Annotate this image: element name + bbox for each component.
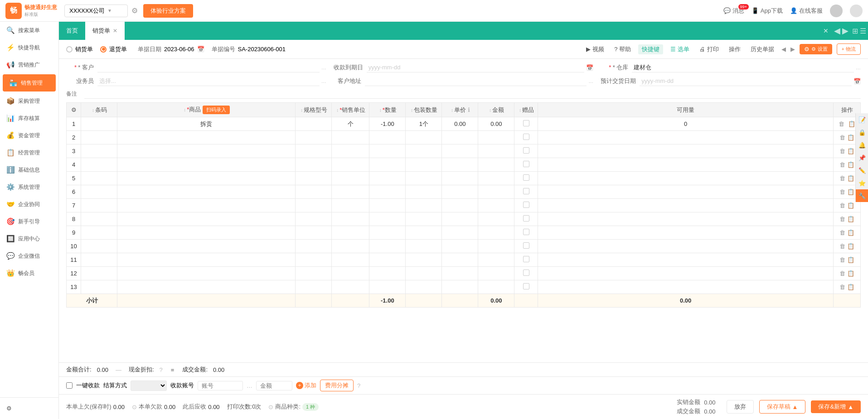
operate-btn[interactable]: 操作	[726, 44, 743, 55]
sidebar-item-wechat[interactable]: 💬 企业微信	[0, 247, 58, 265]
nav-next-icon[interactable]: ▶	[790, 46, 795, 53]
rp-edit-btn[interactable]: ✏️	[855, 164, 868, 177]
copy-icon[interactable]: 📋	[847, 229, 854, 236]
radio-return[interactable]: 退货单	[100, 45, 127, 53]
salesman-input[interactable]	[97, 76, 320, 86]
company-selector[interactable]: XXXXXX公司 ▼	[64, 5, 128, 17]
row-price[interactable]: 0.00	[442, 117, 478, 131]
copy-icon[interactable]: 📋	[847, 175, 854, 182]
tab-close-icon[interactable]: ✕	[113, 28, 117, 34]
customer-dots-icon[interactable]: …	[321, 65, 326, 70]
message-area[interactable]: 💬 消息 99+	[723, 7, 744, 15]
warehouse-input[interactable]	[632, 63, 854, 72]
help-btn[interactable]: ?帮助	[611, 44, 634, 55]
sidebar-item-guide[interactable]: 🎯 新手引导	[0, 213, 58, 230]
app-download-link[interactable]: 📱 App下载	[752, 7, 783, 15]
copy-icon[interactable]: 📋	[847, 134, 854, 141]
settings-button[interactable]: ⚙ ⚙ 设置	[800, 44, 832, 54]
payment-help-icon[interactable]: ?	[357, 382, 360, 389]
row-product[interactable]: 拆贡	[117, 117, 296, 131]
settings-icon[interactable]: ⚙	[131, 6, 138, 15]
rp-tool-btn[interactable]: 🔧	[855, 189, 868, 202]
delete-icon[interactable]: 🗑	[839, 148, 845, 154]
close-all-tabs[interactable]: ✕	[823, 27, 829, 34]
select-btn[interactable]: ☰选单	[668, 44, 692, 55]
radio-sales[interactable]: 销货单	[66, 45, 93, 53]
delete-icon[interactable]: 🗑	[839, 256, 845, 263]
sidebar-item-base-info[interactable]: ℹ️ 基础信息	[0, 161, 58, 178]
sidebar-item-finance[interactable]: 💰 资金管理	[0, 127, 58, 144]
warehouse-dots-icon[interactable]: …	[856, 65, 861, 70]
copy-icon[interactable]: 📋	[847, 188, 854, 195]
remark-input[interactable]	[84, 89, 861, 99]
one-click-checkbox[interactable]	[66, 382, 73, 389]
trial-button[interactable]: 体验行业方案	[143, 4, 193, 18]
delete-icon[interactable]: 🗑	[839, 284, 845, 290]
expense-button[interactable]: 费用分摊	[320, 380, 354, 391]
sidebar-item-operations[interactable]: 📋 经营管理	[0, 144, 58, 161]
sidebar-item-apps[interactable]: 🔲 应用中心	[0, 230, 58, 247]
save-new-button[interactable]: 保存&新增 ▲	[811, 400, 861, 413]
amount-input[interactable]	[256, 381, 292, 390]
row-gift[interactable]	[514, 117, 538, 131]
address-dots-icon[interactable]: …	[588, 78, 593, 84]
row-spec[interactable]	[296, 117, 332, 131]
discount-info-icon[interactable]: ?	[160, 366, 163, 373]
expected-date-cal-icon[interactable]: 📅	[853, 78, 861, 85]
scan-button[interactable]: 扫码录入	[203, 106, 230, 114]
th-settings[interactable]: ⚙	[67, 103, 81, 117]
sidebar-item-collab[interactable]: 🤝 企业协同	[0, 196, 58, 213]
delete-icon[interactable]: 🗑	[839, 175, 845, 182]
video-btn[interactable]: ▶视频	[583, 44, 607, 55]
copy-icon[interactable]: 📋	[847, 216, 854, 222]
delete-icon[interactable]: 🗑	[839, 229, 845, 236]
salesman-dots-icon[interactable]: …	[321, 78, 326, 84]
account-input[interactable]	[198, 381, 243, 390]
rp-pin-btn[interactable]: 📌	[855, 151, 868, 164]
sidebar-item-system[interactable]: ⚙️ 系统管理	[0, 178, 58, 196]
copy-icon[interactable]: 📋	[847, 243, 854, 250]
history-btn[interactable]: 历史单据	[748, 44, 777, 55]
copy-icon[interactable]: 📋	[848, 120, 855, 127]
delete-icon[interactable]: 🗑	[839, 243, 845, 250]
tab-home[interactable]: 首页	[59, 22, 85, 40]
address-input[interactable]	[365, 76, 587, 86]
tab-sales-order[interactable]: 销货单 ✕	[85, 22, 125, 40]
copy-icon[interactable]: 📋	[847, 270, 854, 277]
delete-icon[interactable]: 🗑	[839, 270, 845, 277]
row-pkg-qty[interactable]: 1个	[406, 117, 442, 131]
copy-icon[interactable]: 📋	[847, 148, 854, 154]
copy-icon[interactable]: 📋	[847, 202, 854, 209]
customer-input[interactable]	[97, 63, 320, 72]
avatar[interactable]	[830, 5, 843, 17]
dots-icon[interactable]: …	[247, 382, 252, 389]
rp-star-btn[interactable]: ⭐	[855, 177, 868, 189]
row-qty[interactable]: -1.00	[369, 117, 406, 131]
sidebar-item-marketing[interactable]: 📢 营销推广	[0, 56, 58, 73]
rp-bell-btn[interactable]: 🔔	[855, 139, 868, 151]
delete-icon[interactable]: 🗑	[839, 188, 845, 195]
sidebar-item-member[interactable]: 👑 畅会员	[0, 265, 58, 282]
draft-button[interactable]: 保存草稿 ▲	[759, 400, 806, 414]
rp-notes-btn[interactable]: 📝	[855, 113, 868, 126]
copy-icon[interactable]: 📋	[847, 284, 854, 290]
due-date-cal-icon[interactable]: 📅	[586, 64, 593, 71]
print-btn[interactable]: 🖨打印	[697, 44, 722, 55]
calendar-icon[interactable]: 📅	[197, 46, 204, 53]
delete-icon[interactable]: 🗑	[839, 161, 845, 168]
sidebar-item-inventory[interactable]: 📊 库存核算	[0, 110, 58, 127]
due-date-input[interactable]	[367, 63, 585, 72]
tab-next-icon[interactable]: ▶	[842, 26, 849, 36]
copy-icon[interactable]: 📋	[847, 256, 854, 263]
shortcut-btn[interactable]: 快捷键	[638, 44, 663, 54]
copy-icon[interactable]: 📋	[847, 161, 854, 168]
row-unit[interactable]: 个	[332, 117, 369, 131]
delete-icon[interactable]: 🗑	[839, 134, 845, 141]
flow-button[interactable]: + 物流	[837, 43, 861, 55]
delete-icon[interactable]: 🗑	[839, 120, 844, 127]
tab-grid-icon[interactable]: ⊞	[852, 27, 858, 35]
customer-service-link[interactable]: 👤 在线客服	[790, 7, 823, 15]
sidebar-item-quicknav[interactable]: ⚡ 快捷导航	[0, 39, 58, 56]
expected-date-input[interactable]	[640, 76, 852, 86]
delete-icon[interactable]: 🗑	[839, 202, 845, 209]
